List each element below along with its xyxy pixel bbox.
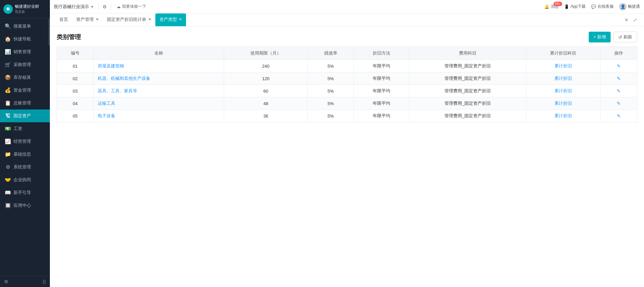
purchase-icon: 🛒 [5,62,11,68]
cell-residual-4: 5% [308,110,354,122]
sidebar-item-purchase[interactable]: 🛒 采购管理 [0,58,50,71]
topbar-settings-icon[interactable]: ⚙ [102,4,107,9]
system-icon: ⚙ [5,164,11,170]
main-content: 医疗器械行业演示 ▼ ⚙ ☁ 我要体验一下 🔔 消息 99+ 📱 App下载 💬… [50,0,644,287]
edit-icon[interactable]: ✎ [617,63,621,69]
guide-icon: 📖 [5,190,11,196]
cell-accumulated-0[interactable]: 累计折旧 [526,60,600,72]
tab-asset-mgmt[interactable]: 资产管理 ✕ [72,13,103,26]
sidebar-label-fixed-assets: 固定资产 [13,113,31,119]
app-download-button[interactable]: 📱 App下载 [564,4,586,9]
close-window-button[interactable]: ✕ [623,17,630,23]
col-method: 折旧方法 [354,47,409,60]
cell-accumulated-3[interactable]: 累计折旧 [526,97,600,110]
app-edition: 普及版 [15,9,39,14]
app-title: 畅捷通好业财 [15,4,39,9]
table-row: 04 运输工具 48 5% 年限平均 管理费用_固定资产折旧 累计折旧 ✎ [57,97,637,110]
sidebar-item-guide[interactable]: 📖 新手引导 [0,186,50,199]
cell-accumulated-4[interactable]: 累计折旧 [526,110,600,122]
sidebar-item-search[interactable]: 🔍 搜索菜单 [0,20,50,33]
cell-expense-2: 管理费用_固定资产折旧 [409,85,526,97]
avatar: 👤 [619,3,626,10]
edit-icon[interactable]: ✎ [617,88,621,94]
notification-button[interactable]: 🔔 消息 99+ [544,4,559,9]
edit-icon[interactable]: ✎ [617,76,621,81]
user-name: 畅捷通 [628,4,640,9]
new-button[interactable]: + 新增 [589,32,611,42]
app-center-icon: 🔲 [5,202,11,209]
cell-id-2: 03 [57,85,94,97]
maximize-window-button[interactable]: ⤢ [632,17,639,23]
collapse-icon[interactable]: ⟨⟩ [42,279,46,284]
cell-action-3[interactable]: ✎ [600,97,637,110]
sidebar-item-system[interactable]: ⚙ 系统管理 [0,161,50,173]
cell-name-0[interactable]: 房屋及建筑物 [94,60,224,72]
edit-icon[interactable]: ✎ [617,113,621,119]
sidebar-footer: ⚙ ⟨⟩ [0,276,50,287]
sidebar-header: 畅 畅捷通好业财 普及版 [0,0,50,19]
sidebar-label-guide: 新手引导 [13,190,31,196]
tab-depreciation-close[interactable]: ✕ [148,17,151,22]
sidebar-item-funds[interactable]: 💰 资金管理 [0,84,50,97]
company-name: 医疗器械行业演示 [54,4,89,10]
sidebar-nav: 🔍 搜索菜单 🏠 快捷导航 📊 销售管理 🛒 采购管理 📦 库存核算 💰 资金管… [0,19,50,276]
download-icon: 📱 [564,4,569,9]
edit-icon[interactable]: ✎ [617,101,621,106]
experience-button[interactable]: ☁ 我要体验一下 [117,4,146,9]
cell-method-1: 年限平均 [354,72,409,85]
cell-accumulated-2[interactable]: 累计折旧 [526,85,600,97]
sidebar-label-corp-collab: 企业协同 [13,177,31,183]
sidebar-item-payroll[interactable]: 💵 工资 [0,122,50,135]
sidebar-label-operations: 经营管理 [13,138,31,145]
cell-period-1: 120 [224,72,308,85]
tab-depreciation[interactable]: 固定资产折旧统计表 ✕ [103,13,155,26]
cell-id-4: 05 [57,110,94,122]
sidebar-item-corp-collab[interactable]: 🤝 企业协同 [0,173,50,186]
cell-action-2[interactable]: ✎ [600,85,637,97]
cell-name-3[interactable]: 运输工具 [94,97,224,110]
tabs-bar: 首页 资产管理 ✕ 固定资产折旧统计表 ✕ 资产类型 ✕ ✕ ⤢ [50,13,644,26]
dropdown-icon: ▼ [90,5,94,9]
tab-asset-type-close[interactable]: ✕ [179,17,182,22]
page-title: 类别管理 [57,33,81,41]
tab-asset-mgmt-close[interactable]: ✕ [96,17,99,22]
operations-icon: 📈 [5,138,11,145]
sidebar-item-quick-nav[interactable]: 🏠 快捷导航 [0,33,50,45]
cell-accumulated-1[interactable]: 累计折旧 [526,72,600,85]
cell-name-1[interactable]: 机器、机械和其他生产设备 [94,72,224,85]
sidebar-item-basic-info[interactable]: 📁 基础信息 [0,148,50,161]
sidebar-item-ledger[interactable]: 📋 总账管理 [0,97,50,109]
cell-action-1[interactable]: ✎ [600,72,637,85]
topbar: 医疗器械行业演示 ▼ ⚙ ☁ 我要体验一下 🔔 消息 99+ 📱 App下载 💬… [50,0,644,13]
service-label: 在线客服 [597,4,614,9]
sidebar-item-fixed-assets[interactable]: 🏗 固定资产 [0,109,50,122]
tab-asset-type[interactable]: 资产类型 ✕ [155,13,186,26]
sidebar-label-basic-info: 基础信息 [13,151,31,157]
sidebar-item-app-center[interactable]: 🔲 应用中心 [0,199,50,212]
sidebar-label-sales: 销售管理 [13,49,31,55]
company-selector[interactable]: 医疗器械行业演示 ▼ [54,4,94,10]
service-button[interactable]: 💬 在线客服 [591,4,614,9]
experience-text: 我要体验一下 [122,4,146,9]
col-name: 名称 [94,47,224,60]
sales-icon: 📊 [5,49,11,55]
user-menu[interactable]: 👤 畅捷通 [619,3,640,10]
sidebar-label-search: 搜索菜单 [13,23,31,29]
sidebar-item-sales[interactable]: 📊 销售管理 [0,45,50,58]
table-header-row: 编号 名称 使用期限（月） 残值率 折旧方法 费用科目 累计折旧科目 操作 [57,47,637,60]
sidebar-item-operations[interactable]: 📈 经营管理 [0,135,50,148]
sidebar-label-quick-nav: 快捷导航 [13,36,31,42]
cell-expense-3: 管理费用_固定资产折旧 [409,97,526,110]
cell-name-4[interactable]: 电子设备 [94,110,224,122]
refresh-label: 刷新 [623,34,632,40]
cell-residual-2: 5% [308,85,354,97]
sidebar-item-inventory[interactable]: 📦 库存核算 [0,71,50,84]
cell-action-0[interactable]: ✎ [600,60,637,72]
page-header: 类别管理 + 新增 ↺ 刷新 [50,26,644,46]
settings-footer-icon[interactable]: ⚙ [4,279,8,284]
refresh-button[interactable]: ↺ 刷新 [613,32,637,42]
cell-period-4: 36 [224,110,308,122]
tab-home[interactable]: 首页 [55,13,72,26]
cell-name-2[interactable]: 器具、工具、家具等 [94,85,224,97]
cell-action-4[interactable]: ✎ [600,110,637,122]
